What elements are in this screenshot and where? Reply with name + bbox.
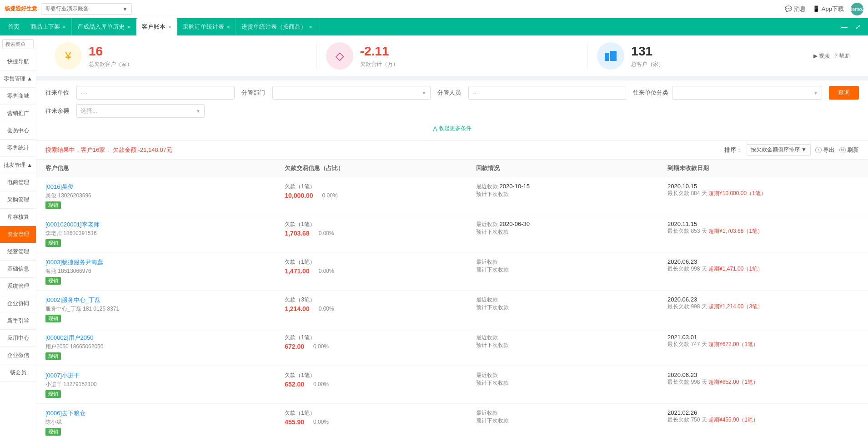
search-button[interactable]: 查询: [829, 86, 859, 100]
collection-cell-1: 最近收款 2020-10-15 预计下次收款: [476, 183, 667, 198]
debt-count-4: 欠款（3笔）: [285, 296, 476, 304]
sidebar-item-retail-stats[interactable]: 零售统计: [0, 140, 36, 157]
tab-home[interactable]: 首页: [2, 18, 25, 35]
sidebar-item-purchase[interactable]: 采购管理: [0, 191, 36, 209]
customer-name-link-4[interactable]: [0002]服务中心_丁磊: [45, 296, 100, 303]
debt-pct-6: 0.00%: [313, 381, 329, 387]
filter-unit-category-input[interactable]: ▼: [672, 86, 822, 100]
refresh-btn[interactable]: ↻ 刷新: [839, 146, 859, 154]
filter-dept-input[interactable]: ▼: [272, 86, 431, 100]
overdue-link-3[interactable]: 超期¥1,471.00（1笔）: [708, 266, 763, 272]
sidebar-item-quick-nav[interactable]: 快捷导航: [0, 53, 36, 70]
table-row: [0016]吴俊 吴俊 13026203696 现销 欠款（1笔） 10,000…: [36, 177, 868, 215]
overdue-link-7[interactable]: 超期¥455.90（1笔）: [708, 417, 758, 423]
sidebar-search-input[interactable]: [2, 39, 34, 49]
tab-purchase-order[interactable]: 采购订单统计表 ✕: [177, 18, 236, 35]
sidebar-item-collab[interactable]: 企业协同: [0, 295, 36, 312]
company-select[interactable]: 母婴行业演示账套 ▼: [41, 3, 132, 15]
app-label: App下载: [822, 5, 844, 13]
close-icon[interactable]: ✕: [127, 25, 130, 30]
main-layout: 快捷导航 零售管理 ▲ 零售商城 营销推广 会员中心 零售统计 批发管理 ▲ 电…: [0, 35, 868, 437]
close-icon[interactable]: ✕: [226, 25, 230, 30]
filter-manager: 分管人员 ···: [437, 86, 627, 100]
tab-goods-stats[interactable]: 进货单统计表（按商品） ✕: [236, 18, 318, 35]
sidebar: 快捷导航 零售管理 ▲ 零售商城 营销推广 会员中心 零售统计 批发管理 ▲ 电…: [0, 35, 36, 437]
refresh-icon: ↻: [839, 147, 846, 153]
maximize-icon[interactable]: ⤢: [853, 21, 863, 32]
next-collection-3: 预计下次收款: [476, 266, 667, 274]
debt-count-2: 欠款（1笔）: [285, 221, 476, 228]
filter-manager-input[interactable]: ···: [468, 86, 627, 100]
sidebar-item-member[interactable]: 会员中心: [0, 122, 36, 140]
close-icon[interactable]: ✕: [168, 25, 171, 30]
tab-product-listing[interactable]: 商品上下架 ✕: [25, 18, 72, 35]
customer-tag-7: 现销: [45, 428, 61, 436]
filter-row-2: 往来余额 选择... ▼: [45, 104, 859, 118]
overdue-link-1[interactable]: 超期¥10,000.00（1笔）: [708, 190, 766, 196]
message-btn[interactable]: 💬 消息: [785, 5, 806, 13]
app-download-btn[interactable]: 📱 App下载: [813, 5, 844, 13]
tab-customer-account[interactable]: 客户账本 ✕: [136, 18, 177, 35]
table-header: 客户信息 欠款交易信息（占比） 回款情况 到期未收款日期: [36, 160, 868, 177]
filter-source-unit-input[interactable]: ···: [76, 86, 235, 100]
due-cell-7: 2021.02.26 最长欠款 750 天 超期¥455.90（1笔）: [667, 409, 859, 424]
collapse-filter-btn[interactable]: ⋀ 收起更多条件: [45, 122, 859, 135]
customer-name-link-5[interactable]: [000002]用户2050: [45, 334, 94, 341]
overdue-days-7: 最长欠款 750 天 超期¥455.90（1笔）: [667, 416, 859, 424]
video-btn[interactable]: ▶ 视频: [813, 52, 830, 60]
collection-label-5: 最近收款: [476, 334, 667, 342]
customer-name-link-7[interactable]: [0006]去下粮仓: [45, 410, 85, 417]
debt-row-3: 1,471.00 0.00%: [285, 267, 476, 275]
customer-name-link-2[interactable]: [0001020001]李老师: [45, 221, 100, 228]
overdue-link-5[interactable]: 超期¥672.00（1笔）: [708, 341, 758, 347]
sidebar-item-inventory[interactable]: 库存核算: [0, 209, 36, 226]
sidebar-search-container: [0, 35, 36, 53]
filter-balance-input[interactable]: 选择... ▼: [76, 104, 205, 118]
user-avatar-btn[interactable]: demo2: [851, 3, 863, 15]
filter-dept: 分管部门 ▼: [241, 86, 431, 100]
overdue-link-4[interactable]: 超期¥1,214.00（3笔）: [708, 303, 763, 310]
sidebar-item-finance[interactable]: 资金管理: [0, 226, 36, 243]
sort-select[interactable]: 按欠款金额倒序排序 ▼: [747, 144, 811, 156]
next-collection-2: 预计下次收款: [476, 228, 667, 236]
overdue-link-6[interactable]: 超期¥652.00（1笔）: [708, 379, 758, 385]
logo: 畅捷通好生意: [5, 5, 41, 13]
customer-name-link-6[interactable]: [0007]小进干: [45, 372, 80, 379]
export-btn[interactable]: ↑ 导出: [815, 146, 835, 154]
debt-amount-4: 1,214.00: [285, 305, 310, 312]
due-date-7: 2021.02.26: [667, 409, 859, 416]
debt-cell-6: 欠款（1笔） 652.00 0.00%: [285, 372, 476, 388]
due-cell-5: 2021.03.01 最长欠款 747 天 超期¥672.00（1笔）: [667, 334, 859, 348]
sidebar-item-chang-member[interactable]: 畅会员: [0, 364, 36, 382]
sidebar-item-guide[interactable]: 新手引导: [0, 312, 36, 330]
sidebar-item-operations[interactable]: 经营管理: [0, 243, 36, 261]
customer-name-link-1[interactable]: [0016]吴俊: [45, 183, 74, 190]
tab-production-history[interactable]: 产成品入库单历史 ✕: [72, 18, 136, 35]
sidebar-item-enterprise-wechat[interactable]: 企业微信: [0, 347, 36, 364]
overdue-days-5: 最长欠款 747 天 超期¥672.00（1笔）: [667, 341, 859, 348]
sidebar-item-app-center[interactable]: 应用中心: [0, 330, 36, 347]
customer-name-link-3[interactable]: [0003]畅捷服务尹海蕊: [45, 259, 103, 266]
help-btn[interactable]: ? 帮助: [834, 52, 850, 60]
collection-label-1: 最近收款 2020-10-15: [476, 183, 667, 191]
sidebar-item-marketing[interactable]: 营销推广: [0, 105, 36, 122]
close-icon[interactable]: ✕: [309, 25, 312, 30]
sidebar-item-basic-info[interactable]: 基础信息: [0, 261, 36, 278]
sidebar-item-retail-label: 零售管理 ▲: [2, 75, 34, 83]
help-label: 帮助: [839, 52, 850, 60]
sidebar-item-wholesale[interactable]: 批发管理 ▲: [0, 157, 36, 174]
collection-cell-4: 最近收款 预计下次收款: [476, 296, 667, 311]
sidebar-item-system[interactable]: 系统管理: [0, 278, 36, 295]
stat-card-debt-total: ◇ -2.11 欠款合计（万）: [317, 42, 588, 70]
sidebar-item-ecommerce[interactable]: 电商管理: [0, 174, 36, 191]
collection-cell-2: 最近收款 2020-06-30 预计下次收款: [476, 221, 667, 236]
customer-sub-3: 海燕 18513066976: [45, 267, 285, 275]
sidebar-item-retail-mgmt[interactable]: 零售管理 ▲: [0, 70, 36, 88]
dots-icon: ···: [472, 90, 480, 96]
overdue-link-2[interactable]: 超期¥1,703.68（1笔）: [708, 228, 763, 234]
minimize-icon[interactable]: —: [838, 21, 850, 32]
close-icon[interactable]: ✕: [62, 25, 66, 30]
debt-row-6: 652.00 0.00%: [285, 381, 476, 388]
next-collection-1: 预计下次收款: [476, 191, 667, 198]
sidebar-item-retail-mall[interactable]: 零售商城: [0, 88, 36, 105]
